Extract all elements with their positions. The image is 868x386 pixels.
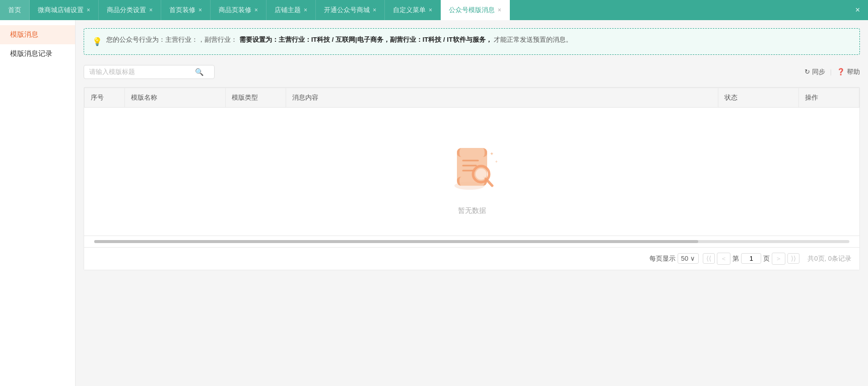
page-size-value: 50 [681, 255, 688, 262]
help-button[interactable]: ❓ 帮助 [837, 67, 860, 76]
sidebar-item-template-msg-label: 模版消息 [10, 30, 38, 38]
tab-home-decor[interactable]: 首页装修 × [161, 0, 211, 20]
tab-template-msg-close[interactable]: × [498, 7, 501, 14]
empty-state: ✦ ✦ 暂无数据 [85, 108, 859, 236]
col-index: 序号 [85, 88, 125, 107]
sidebar-item-template-msg-records-label: 模版消息记录 [10, 49, 52, 57]
page-size-box[interactable]: 50 ∨ [678, 253, 699, 264]
tab-category-setting-close[interactable]: × [149, 7, 153, 14]
tab-category-setting[interactable]: 商品分类设置 × [99, 0, 161, 20]
horizontal-scrollbar-area [84, 236, 859, 247]
search-icon[interactable]: 🔍 [195, 68, 204, 76]
page-label-before: 第 [732, 254, 739, 263]
col-action: 操作 [799, 88, 859, 107]
sync-icon: ↻ [805, 68, 810, 75]
tab-shop-theme-close[interactable]: × [304, 7, 307, 14]
tab-custom-menu[interactable]: 自定义菜单 × [385, 0, 441, 20]
last-page-button[interactable]: ⟩⟩ [787, 253, 799, 264]
info-banner-text-before: 您的公众号行业为：主营行业：，副营行业： [106, 36, 237, 43]
horizontal-scrollbar[interactable] [94, 240, 849, 243]
search-actions: ↻ 同步 | ❓ 帮助 [805, 67, 860, 76]
sidebar: 模版消息 模版消息记录 [0, 20, 76, 386]
svg-point-5 [476, 169, 487, 180]
sync-label: 同步 [812, 67, 825, 76]
svg-line-6 [487, 180, 492, 186]
table-body: ✦ ✦ 暂无数据 [85, 107, 859, 236]
tab-open-mall-label: 开通公众号商城 [324, 6, 370, 15]
tab-shop-setting-label: 微商城店铺设置 [38, 6, 84, 15]
tab-product-decor-label: 商品页装修 [219, 6, 251, 15]
bulb-icon: 💡 [92, 35, 102, 48]
col-status: 状态 [718, 88, 799, 107]
tab-shop-setting-close[interactable]: × [87, 7, 90, 14]
page-number-input[interactable] [741, 253, 761, 264]
next-page-button[interactable]: ＞ [772, 253, 785, 265]
pagination: 每页显示 50 ∨ ⟨⟨ ＜ 第 页 ＞ ⟩⟩ [84, 247, 859, 270]
col-type: 模版类型 [226, 88, 286, 107]
page-input-wrap: 第 页 [732, 253, 770, 264]
help-icon: ❓ [837, 68, 845, 75]
tab-open-mall[interactable]: 开通公众号商城 × [316, 0, 385, 20]
tab-template-msg-label: 公众号模版消息 [449, 6, 495, 15]
tab-product-decor[interactable]: 商品页装修 × [211, 0, 266, 20]
tab-open-mall-close[interactable]: × [373, 7, 376, 14]
chevron-down-icon: ∨ [690, 255, 695, 262]
info-banner: 💡 您的公众号行业为：主营行业：，副营行业： 需要设置为：主营行业：IT科技 /… [84, 28, 860, 55]
info-banner-highlight: 需要设置为：主营行业：IT科技 / 互联网|电子商务，副营行业：IT科技 / I… [239, 36, 492, 43]
page-label-after: 页 [763, 254, 770, 263]
search-input[interactable] [89, 68, 195, 75]
sidebar-item-template-msg-records[interactable]: 模版消息记录 [0, 44, 75, 63]
help-label: 帮助 [847, 67, 860, 76]
prev-page-button[interactable]: ＜ [717, 253, 730, 265]
tab-template-msg[interactable]: 公众号模版消息 × [441, 0, 510, 20]
tab-home[interactable]: 首页 [0, 0, 30, 20]
table-header-row: 序号 模版名称 模版类型 消息内容 状态 操作 [85, 88, 859, 107]
page-size-selector: 每页显示 50 ∨ [649, 253, 699, 264]
tab-bar: 首页 微商城店铺设置 × 商品分类设置 × 首页装修 × 商品页装修 × 店铺主… [0, 0, 868, 20]
tab-category-setting-label: 商品分类设置 [107, 6, 146, 15]
tab-shop-theme[interactable]: 店铺主题 × [266, 0, 316, 20]
search-bar: 🔍 ↻ 同步 | ❓ 帮助 [84, 65, 860, 79]
table-container: 序号 模版名称 模版类型 消息内容 状态 操作 [84, 87, 860, 270]
tab-shop-theme-label: 店铺主题 [275, 6, 301, 15]
sidebar-item-template-msg[interactable]: 模版消息 [0, 25, 75, 44]
tab-shop-setting[interactable]: 微商城店铺设置 × [30, 0, 99, 20]
empty-row: ✦ ✦ 暂无数据 [85, 107, 859, 236]
search-input-wrap: 🔍 [84, 65, 215, 79]
toolbar-divider: | [830, 68, 832, 75]
tab-custom-menu-close[interactable]: × [429, 7, 432, 14]
main-layout: 模版消息 模版消息记录 💡 您的公众号行业为：主营行业：，副营行业： 需要设置为… [0, 20, 868, 386]
page-navigation: ⟨⟨ ＜ 第 页 ＞ ⟩⟩ [703, 253, 799, 265]
tab-home-decor-label: 首页装修 [169, 6, 195, 15]
tab-custom-menu-label: 自定义菜单 [393, 6, 426, 15]
info-banner-text-after: 才能正常发送预置的消息。 [494, 36, 572, 43]
page-size-label: 每页显示 [649, 254, 676, 263]
scrollbar-thumb[interactable] [94, 240, 698, 243]
total-info: 共0页, 0条记录 [808, 254, 851, 263]
table-head: 序号 模版名称 模版类型 消息内容 状态 操作 [85, 88, 859, 107]
col-name: 模版名称 [125, 88, 226, 107]
content-area: 💡 您的公众号行业为：主营行业：，副营行业： 需要设置为：主营行业：IT科技 /… [76, 20, 868, 386]
tab-product-decor-close[interactable]: × [254, 7, 258, 14]
info-banner-text: 您的公众号行业为：主营行业：，副营行业： 需要设置为：主营行业：IT科技 / 互… [106, 35, 572, 45]
first-page-button[interactable]: ⟨⟨ [703, 253, 715, 264]
empty-illustration: ✦ ✦ [442, 138, 502, 198]
empty-text: 暂无数据 [458, 206, 486, 215]
data-table: 序号 模版名称 模版类型 消息内容 状态 操作 [84, 88, 859, 236]
col-content: 消息内容 [286, 88, 718, 107]
svg-text:✦: ✦ [495, 160, 498, 164]
tab-home-decor-close[interactable]: × [198, 7, 202, 14]
tab-home-label: 首页 [8, 6, 21, 15]
svg-text:✦: ✦ [490, 151, 494, 157]
close-all-tabs-button[interactable]: × [847, 6, 868, 15]
sync-button[interactable]: ↻ 同步 [805, 67, 825, 76]
